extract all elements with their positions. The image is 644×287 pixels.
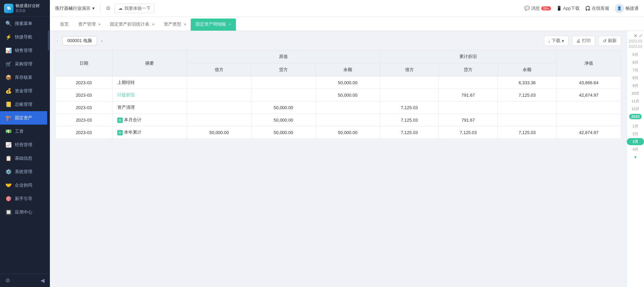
onlinecs-icon: 🎧 xyxy=(585,6,590,11)
cell-value xyxy=(498,101,557,114)
tab-home[interactable]: 首页 xyxy=(55,19,73,31)
subnav: ‹ 000001 电脑 › ↓ 下载 ▾ 🖨 打印 ↺ xyxy=(55,36,621,46)
company-selector[interactable]: 医疗器械行业演示 ▾ xyxy=(55,5,95,11)
appdownload-label: App下载 xyxy=(563,5,580,11)
col-accum-balance: 余额 xyxy=(498,63,557,76)
sidebar-label-sales: 销售管理 xyxy=(15,47,32,54)
sidebar-bottom: ⚙ ◀ xyxy=(0,274,50,287)
table-row: 2023-03合本月合计50,000.007,125.03791.67 xyxy=(56,114,621,126)
toolbar-right: ↓ 下载 ▾ 🖨 打印 ↺ 刷新 xyxy=(544,36,621,46)
download-icon: ↓ xyxy=(548,38,551,43)
download-button[interactable]: ↓ 下载 ▾ xyxy=(544,36,569,46)
sidebar-item-search[interactable]: 🔍 搜索菜单 xyxy=(0,17,47,30)
fixedassets-icon: 🏗️ xyxy=(5,115,11,121)
timeline-month[interactable]: 5月 xyxy=(627,51,644,58)
sysmanage-icon: ⚙️ xyxy=(5,169,11,175)
group-icon: 合 xyxy=(117,130,123,135)
timeline-month[interactable]: 6月 xyxy=(627,59,644,66)
print-button[interactable]: 🖨 打印 xyxy=(572,36,595,46)
col-accum-dep-group: 累计折旧 xyxy=(380,50,557,63)
timeline-month[interactable]: 4月 xyxy=(627,146,644,153)
print-label: 打印 xyxy=(582,38,591,44)
sidebar-item-basicinfo[interactable]: 📋 基础信息 xyxy=(0,152,47,165)
experience-button[interactable]: ☁ 我要体验一下 xyxy=(115,4,154,13)
appcenter-icon: 🔲 xyxy=(5,209,11,215)
timeline-month[interactable]: 3月 xyxy=(627,138,644,145)
settings-icon[interactable]: ⚙ xyxy=(5,277,10,284)
tab-assetmgmt[interactable]: 资产管理 × xyxy=(73,19,105,31)
sidebar-item-newguide[interactable]: 🎯 新手引导 xyxy=(0,192,47,205)
cell-value: 7,125.03 xyxy=(439,126,498,139)
year-badge[interactable]: 2023 xyxy=(629,114,641,119)
close-panel-button[interactable]: ✕ xyxy=(634,33,638,38)
cell-desc[interactable]: 计提折旧 xyxy=(112,89,187,101)
ledger-icon: 📒 xyxy=(5,101,11,107)
timeline-month[interactable]: 8月 xyxy=(627,74,644,82)
sidebar-item-payroll[interactable]: 💵 工资 xyxy=(0,125,47,138)
cell-desc: 上期结转 xyxy=(112,76,187,89)
scroll-down-button[interactable]: ▼ xyxy=(634,155,638,160)
message-label: 消息 xyxy=(531,5,540,11)
timeline-month[interactable]: 2月 xyxy=(627,130,644,137)
cell-value xyxy=(557,101,621,114)
sidebar-item-purchase[interactable]: 🛒 采购管理 xyxy=(0,57,47,71)
sidebar-item-sysmanage[interactable]: ⚙️ 系统管理 xyxy=(0,165,47,179)
collapse-icon[interactable]: ◀ xyxy=(40,277,44,284)
topbar-settings-icon[interactable]: ⚙ xyxy=(106,5,111,11)
sidebar-item-fixedassets[interactable]: 🏗️ 固定资产 xyxy=(0,111,47,125)
asset-selector[interactable]: 000001 电脑 xyxy=(62,36,97,45)
tab-depreport-close[interactable]: × xyxy=(152,22,154,26)
timeline-month[interactable]: 11月 xyxy=(627,98,644,105)
tab-assettype-close[interactable]: × xyxy=(184,22,186,26)
expand-panel-button[interactable]: ⤢ xyxy=(639,33,643,38)
tab-depreport[interactable]: 固定资产折旧统计表 × xyxy=(105,19,159,31)
timeline-month[interactable]: 9月 xyxy=(627,82,644,89)
tab-assettype[interactable]: 资产类型 × xyxy=(159,19,191,31)
sidebar-item-inventory[interactable]: 📦 库存核算 xyxy=(0,71,47,84)
sidebar-item-quicknav[interactable]: ⚡ 快捷导航 xyxy=(0,30,47,44)
tab-assetmgmt-close[interactable]: × xyxy=(98,22,100,26)
cell-value xyxy=(187,114,251,126)
newguide-icon: 🎯 xyxy=(5,196,11,202)
sidebar-item-cooperation[interactable]: 🤝 企业协同 xyxy=(0,179,47,192)
timeline-month[interactable]: 12月 xyxy=(627,105,644,113)
timeline-month[interactable]: 7月 xyxy=(627,67,644,74)
message-button[interactable]: 💬 消息 99+ xyxy=(524,5,551,11)
sidebar-item-ledger[interactable]: 📒 总账管理 xyxy=(0,98,47,111)
asset-code-label: 000001 电脑 xyxy=(67,38,92,43)
cell-value: 42,874.97 xyxy=(557,126,621,139)
cell-value xyxy=(187,76,251,89)
cell-value xyxy=(439,101,498,114)
col-desc: 摘要 xyxy=(112,50,187,76)
sidebar-label-payroll: 工资 xyxy=(15,128,24,134)
timeline-months-bottom: 1月2月3月4月 xyxy=(627,123,644,153)
refresh-button[interactable]: ↺ 刷新 xyxy=(599,36,621,46)
cell-value: 42,874.97 xyxy=(557,89,621,101)
next-arrow[interactable]: › xyxy=(100,37,104,44)
onlinecs-button[interactable]: 🎧 在线客服 xyxy=(585,5,609,11)
cell-value: 50,000.00 xyxy=(251,101,316,114)
sidebar-logo: 畅 畅捷通好业财 普及版 xyxy=(0,0,50,17)
purchase-icon: 🛒 xyxy=(5,61,11,67)
appdownload-button[interactable]: 📱 App下载 xyxy=(556,5,580,11)
tab-assetledger[interactable]: 固定资产明细账 × xyxy=(191,19,236,31)
logo-title: 畅捷通好业财 xyxy=(16,3,40,9)
avatar-icon: 👤 xyxy=(617,6,622,10)
sidebar-label-ledger: 总账管理 xyxy=(15,101,32,107)
cell-value xyxy=(251,89,316,101)
logo-icon: 畅 xyxy=(4,4,13,13)
tab-assetledger-close[interactable]: × xyxy=(229,22,231,26)
sidebar-label-fixedassets: 固定资产 xyxy=(15,115,32,121)
cell-value: 50,000.00 xyxy=(251,114,316,126)
timeline-month[interactable]: 1月 xyxy=(627,123,644,130)
sidebar-item-finance[interactable]: 💰 资金管理 xyxy=(0,84,47,98)
top-year-2: 2023.03 xyxy=(629,44,642,49)
prev-arrow[interactable]: ‹ xyxy=(55,37,60,44)
sidebar-item-appcenter[interactable]: 🔲 应用中心 xyxy=(0,205,47,219)
sidebar-item-operations[interactable]: 📈 经营管理 xyxy=(0,138,47,152)
user-button[interactable]: 👤 畅捷通 xyxy=(615,4,639,13)
sidebar-item-sales[interactable]: 📊 销售管理 xyxy=(0,44,47,57)
timeline-month[interactable]: 10月 xyxy=(627,90,644,97)
sidebar-label-appcenter: 应用中心 xyxy=(15,209,32,215)
sidebar-label-basicinfo: 基础信息 xyxy=(15,155,32,161)
